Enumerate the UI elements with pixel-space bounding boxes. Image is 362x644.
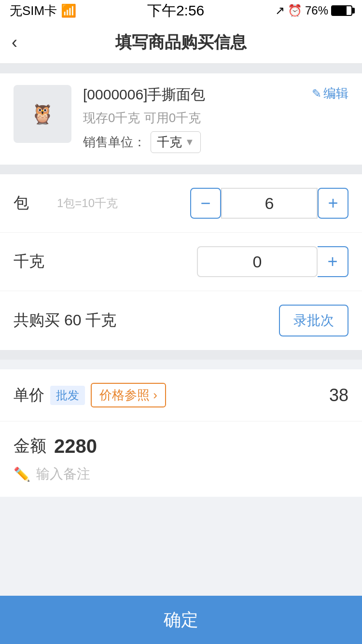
confirm-button[interactable]: 确定: [0, 596, 362, 644]
kg-plus-button[interactable]: +: [318, 246, 348, 277]
price-label: 单价: [14, 385, 44, 406]
status-bar: 无SIM卡 📶 下午2:56 ↗ ⏰ 76%: [0, 0, 362, 21]
edit-icon: ✎: [312, 87, 321, 100]
status-left: 无SIM卡 📶: [10, 2, 76, 19]
kg-input[interactable]: [197, 246, 318, 277]
back-button[interactable]: ‹: [12, 32, 17, 53]
package-hint: 1包=10千克: [57, 196, 190, 211]
edit-label: 编辑: [323, 85, 348, 102]
unit-label: 销售单位：: [83, 134, 146, 151]
package-minus-button[interactable]: −: [190, 188, 221, 219]
price-row: 单价 批发 价格参照 › 38: [0, 369, 362, 421]
price-section: 单价 批发 价格参照 › 38: [0, 369, 362, 421]
kg-input-row: 千克 +: [0, 233, 362, 291]
divider-price: [0, 350, 362, 360]
carrier-label: 无SIM卡: [10, 2, 57, 19]
kg-label: 千克: [14, 251, 52, 272]
total-text: 共购买 60 千克: [14, 310, 116, 331]
batch-button[interactable]: 录批次: [279, 305, 348, 336]
product-owl-icon: 🦉: [30, 103, 55, 126]
divider-middle: [0, 165, 362, 174]
package-input-row: 包 1包=10千克 − +: [0, 174, 362, 233]
unit-dropdown-arrow: ▼: [185, 137, 195, 148]
nav-bar: ‹ 填写商品购买信息: [0, 21, 362, 64]
status-right: ↗ ⏰ 76%: [275, 4, 352, 17]
product-image: 🦉: [14, 85, 71, 143]
price-type-tag: 批发: [50, 386, 85, 405]
remark-placeholder: 输入备注: [36, 465, 90, 483]
amount-section: 金额 2280 ✏️ 输入备注: [0, 421, 362, 497]
remark-icon: ✏️: [14, 466, 30, 482]
battery-percent: 76%: [305, 4, 328, 17]
price-value: 38: [329, 385, 348, 406]
wifi-icon: 📶: [61, 3, 76, 18]
remark-row[interactable]: ✏️ 输入备注: [14, 465, 348, 483]
package-label: 包: [14, 193, 52, 214]
alarm-icon: ⏰: [288, 4, 302, 17]
status-time: 下午2:56: [147, 1, 204, 21]
kg-controls: +: [197, 246, 348, 277]
product-unit-row: 销售单位： 千克 ▼: [83, 131, 348, 153]
package-input[interactable]: [221, 188, 318, 219]
input-section: 包 1包=10千克 − + 千克 +: [0, 174, 362, 291]
total-row: 共购买 60 千克 录批次: [0, 291, 362, 350]
divider-top: [0, 64, 362, 73]
page-title: 填写商品购买信息: [115, 31, 247, 54]
amount-label: 金额: [14, 435, 46, 457]
battery-icon: [331, 5, 352, 16]
package-controls: − +: [190, 188, 348, 219]
product-info: [0000006]手撕面包 现存0千克 可用0千克 销售单位： 千克 ▼: [83, 85, 348, 153]
amount-row: 金额 2280: [14, 435, 348, 457]
edit-button[interactable]: ✎ 编辑: [312, 85, 348, 102]
amount-value: 2280: [54, 435, 97, 457]
price-reference-button[interactable]: 价格参照 ›: [91, 383, 166, 407]
location-icon: ↗: [275, 4, 285, 17]
product-name: [0000006]手撕面包: [83, 85, 348, 105]
product-card: 🦉 [0000006]手撕面包 现存0千克 可用0千克 销售单位： 千克 ▼ ✎…: [0, 73, 362, 165]
unit-select[interactable]: 千克 ▼: [151, 131, 201, 153]
package-plus-button[interactable]: +: [318, 188, 348, 219]
unit-value: 千克: [157, 134, 182, 151]
product-stock: 现存0千克 可用0千克: [83, 110, 348, 126]
